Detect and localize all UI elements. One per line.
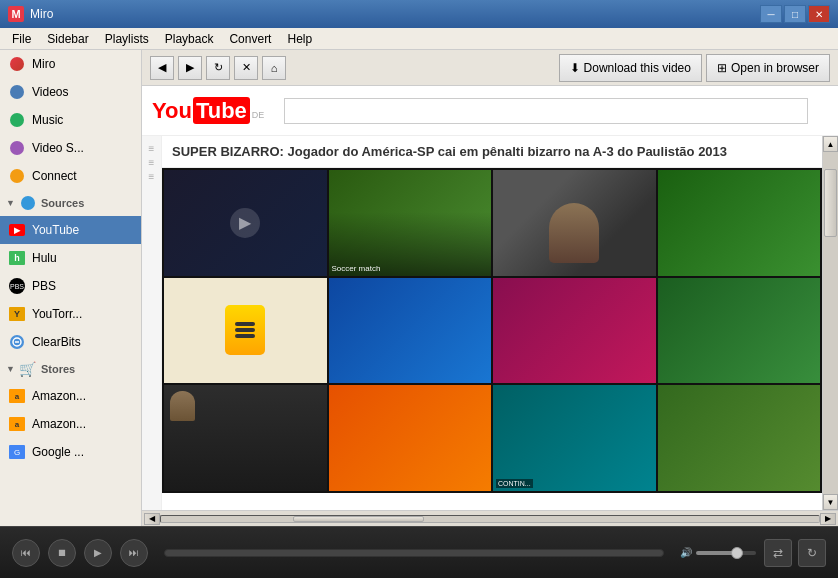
- menu-playback[interactable]: Playback: [157, 30, 222, 48]
- shuffle-icon: ⇄: [773, 546, 783, 560]
- video-thumb-5[interactable]: [164, 278, 327, 384]
- player-right-buttons: ⇄ ↻: [764, 539, 826, 567]
- sidebar-item-amazon1[interactable]: a Amazon...: [0, 382, 141, 410]
- video-thumb-12[interactable]: [658, 385, 821, 491]
- content-body: YouTube DE ≡≡≡ SUPER BIZARRO: Jogador do…: [142, 86, 838, 526]
- content-area: ◀ ▶ ↻ ✕ ⌂ ⬇ Download this video ⊞ Open i…: [142, 50, 838, 526]
- sidebar-item-videos[interactable]: Videos: [0, 78, 141, 106]
- sidebar-item-youtorr[interactable]: Y YouTorr...: [0, 300, 141, 328]
- youtube-you: You: [152, 98, 192, 123]
- sidebar: Miro Videos Music Video S... Connect: [0, 50, 142, 526]
- sidebar-label-google: Google ...: [32, 445, 84, 459]
- video-grid-wrapper: ≡≡≡ SUPER BIZARRO: Jogador do América-SP…: [142, 136, 838, 510]
- sidebar-item-youtube[interactable]: ▶ YouTube: [0, 216, 141, 244]
- video-search-icon: [8, 139, 26, 157]
- h-scroll-thumb[interactable]: [293, 516, 425, 522]
- scroll-down-button[interactable]: ▼: [823, 494, 838, 510]
- minimize-button[interactable]: ─: [760, 5, 782, 23]
- stop-button[interactable]: ⏹: [48, 539, 76, 567]
- media-player: ⏮ ⏹ ▶ ⏭ 🔊 ⇄ ↻: [0, 526, 838, 578]
- titlebar: M Miro ─ □ ✕: [0, 0, 838, 28]
- menu-playlists[interactable]: Playlists: [97, 30, 157, 48]
- close-button[interactable]: ✕: [808, 5, 830, 23]
- sidebar-label-videos: Videos: [32, 85, 68, 99]
- amazon2-icon: a: [8, 415, 26, 433]
- sidebar-item-video-search[interactable]: Video S...: [0, 134, 141, 162]
- youtorr-icon: Y: [8, 305, 26, 323]
- video-thumb-6[interactable]: [329, 278, 492, 384]
- refresh-button[interactable]: ↻: [206, 56, 230, 80]
- browser-toolbar: ◀ ▶ ↻ ✕ ⌂ ⬇ Download this video ⊞ Open i…: [142, 50, 838, 86]
- youtube-tube: Tube: [193, 97, 250, 124]
- section-sources[interactable]: ▼ Sources: [0, 190, 141, 216]
- videos-icon: [8, 83, 26, 101]
- play-button[interactable]: ▶: [84, 539, 112, 567]
- skip-back-button[interactable]: ⏮: [12, 539, 40, 567]
- sidebar-item-clearbits[interactable]: ClearBits: [0, 328, 141, 356]
- scroll-thumb[interactable]: [824, 169, 837, 237]
- menu-convert[interactable]: Convert: [221, 30, 279, 48]
- skip-forward-button[interactable]: ⏭: [120, 539, 148, 567]
- music-icon: [8, 111, 26, 129]
- home-button[interactable]: ⌂: [262, 56, 286, 80]
- sidebar-item-miro[interactable]: Miro: [0, 50, 141, 78]
- stop-button[interactable]: ✕: [234, 56, 258, 80]
- volume-knob[interactable]: [731, 547, 743, 559]
- video-thumb-3[interactable]: [493, 170, 656, 276]
- sidebar-item-amazon2[interactable]: a Amazon...: [0, 410, 141, 438]
- maximize-button[interactable]: □: [784, 5, 806, 23]
- video-thumb-9[interactable]: [164, 385, 327, 491]
- video-thumb-7[interactable]: [493, 278, 656, 384]
- download-button[interactable]: ⬇ Download this video: [559, 54, 702, 82]
- scroll-right-button[interactable]: ▶: [820, 513, 836, 525]
- sidebar-item-google[interactable]: G Google ...: [0, 438, 141, 466]
- sidebar-item-hulu[interactable]: h Hulu: [0, 244, 141, 272]
- skip-forward-icon: ⏭: [129, 547, 139, 558]
- video-thumb-10[interactable]: [329, 385, 492, 491]
- sidebar-item-pbs[interactable]: PBS PBS: [0, 272, 141, 300]
- video-thumb-1[interactable]: ▶: [164, 170, 327, 276]
- repeat-button[interactable]: ↻: [798, 539, 826, 567]
- volume-slider[interactable]: [696, 551, 756, 555]
- amazon1-icon: a: [8, 387, 26, 405]
- shuffle-button[interactable]: ⇄: [764, 539, 792, 567]
- video-thumb-4[interactable]: [658, 170, 821, 276]
- youtube-logo-container: YouTube DE: [152, 98, 264, 124]
- stop-icon: ⏹: [57, 547, 67, 558]
- video-thumb-2[interactable]: Soccer match: [329, 170, 492, 276]
- section-stores[interactable]: ▼ 🛒 Stores: [0, 356, 141, 382]
- sources-chevron: ▼: [6, 198, 15, 208]
- sidebar-label-connect: Connect: [32, 169, 77, 183]
- menubar: File Sidebar Playlists Playback Convert …: [0, 28, 838, 50]
- scroll-up-button[interactable]: ▲: [823, 136, 838, 152]
- h-scroll-track[interactable]: [160, 515, 820, 523]
- menu-sidebar[interactable]: Sidebar: [39, 30, 96, 48]
- sidebar-label-music: Music: [32, 113, 63, 127]
- back-button[interactable]: ◀: [150, 56, 174, 80]
- video-thumb-11[interactable]: CONTIN...: [493, 385, 656, 491]
- download-label: Download this video: [584, 61, 691, 75]
- sidebar-item-music[interactable]: Music: [0, 106, 141, 134]
- window-controls: ─ □ ✕: [760, 5, 830, 23]
- youtube-search-input[interactable]: [284, 98, 808, 124]
- forward-button[interactable]: ▶: [178, 56, 202, 80]
- video-thumb-8[interactable]: [658, 278, 821, 384]
- stores-label: Stores: [41, 363, 75, 375]
- sidebar-label-amazon1: Amazon...: [32, 389, 86, 403]
- sidebar-label-pbs: PBS: [32, 279, 56, 293]
- scroll-left-button[interactable]: ◀: [144, 513, 160, 525]
- repeat-icon: ↻: [807, 546, 817, 560]
- clearbits-icon: [8, 333, 26, 351]
- sidebar-label-clearbits: ClearBits: [32, 335, 81, 349]
- sidebar-label-miro: Miro: [32, 57, 55, 71]
- sidebar-item-connect[interactable]: Connect: [0, 162, 141, 190]
- skip-back-icon: ⏮: [21, 547, 31, 558]
- horizontal-scrollbar: ◀ ▶: [142, 510, 838, 526]
- progress-bar[interactable]: [164, 549, 664, 557]
- sources-label: Sources: [41, 197, 84, 209]
- sidebar-label-youtorr: YouTorr...: [32, 307, 82, 321]
- menu-file[interactable]: File: [4, 30, 39, 48]
- menu-help[interactable]: Help: [279, 30, 320, 48]
- open-browser-button[interactable]: ⊞ Open in browser: [706, 54, 830, 82]
- scroll-track[interactable]: [823, 152, 838, 494]
